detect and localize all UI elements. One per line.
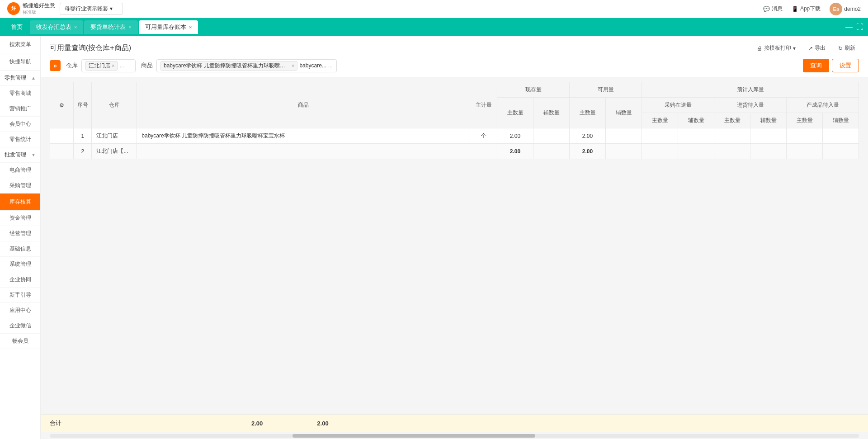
product-filter-more[interactable]: ... [328, 62, 333, 69]
product-tag-text: babycare学饮杯 儿童防摔防撞吸管杯重力球吸嘴杯宝宝水杯 [164, 62, 290, 70]
sidebar-item-newbie[interactable]: 新手引导 [0, 288, 40, 303]
purchase-label: 采购管理 [9, 182, 31, 189]
close-orders-icon[interactable]: × [128, 24, 131, 30]
search-menu-label: 搜索菜单 [9, 41, 31, 47]
warehouse-filter-group: 仓库 江北门店 × ... [66, 59, 136, 72]
warehouse-tag-remove[interactable]: × [112, 63, 114, 68]
scrollbar-thumb[interactable] [292, 434, 535, 438]
warehouse-filter-more[interactable]: ... [119, 62, 124, 69]
filter-toggle-btn[interactable]: » [50, 60, 61, 71]
product-tag-more-text: babycare... [299, 62, 326, 69]
warehouse-tag: 江北门店 × [85, 61, 118, 71]
sidebar-item-app-center[interactable]: 应用中心 [0, 303, 40, 318]
sub-produced-aux [823, 144, 859, 159]
sub-avail-main: 2.00 [570, 144, 606, 159]
sidebar-item-basics[interactable]: 基础信息 [0, 241, 40, 257]
account-selector[interactable]: 母婴行业演示账套 ▾ [60, 3, 123, 15]
row-gear[interactable] [50, 128, 74, 144]
sub-product [137, 144, 470, 159]
th-no: 序号 [74, 82, 92, 128]
avatar: Ea [830, 3, 842, 15]
row-avail-main: 2.00 [570, 128, 606, 144]
query-button[interactable]: 查询 [803, 59, 829, 72]
product-filter-group: 商品 babycare学饮杯 儿童防摔防撞吸管杯重力球吸嘴杯宝宝水杯 × bab… [141, 59, 337, 72]
th-unit: 主计量 [470, 82, 497, 128]
subtotal-row: 2 江北门店【... 2.00 2.00 [50, 144, 859, 159]
tab-receipts[interactable]: 收发存汇总表 × [30, 20, 83, 34]
export-btn[interactable]: ↗ 导出 [805, 42, 829, 54]
sidebar-item-enterprise[interactable]: 企业协同 [0, 272, 40, 288]
marketing-label: 营销推广 [9, 105, 31, 112]
retail-mall-label: 零售商城 [9, 90, 31, 96]
sidebar-item-inventory[interactable]: 库存核算 [0, 194, 40, 211]
sidebar-item-operations[interactable]: 经营管理 [0, 226, 40, 241]
sidebar-item-finance[interactable]: 资金管理 [0, 211, 40, 226]
th-incoming-main: 主数量 [714, 113, 750, 128]
sub-incoming-main [714, 144, 750, 159]
th-stock-aux: 辅数量 [533, 98, 570, 128]
tab-available-stock[interactable]: 可用量库存账本 × [139, 20, 198, 34]
maximize-icon[interactable]: ⛶ [856, 23, 863, 31]
sidebar-item-wholesale-management[interactable]: 批发管理 ▼ [0, 147, 40, 163]
tab-orders-label: 要货单统计表 [90, 23, 126, 31]
account-selector-text: 母婴行业演示账套 [65, 5, 108, 13]
search-menu-btn[interactable]: 搜索菜单 [0, 36, 40, 53]
ecommerce-label: 电商管理 [9, 167, 31, 173]
logo-icon: 好 [7, 2, 20, 15]
sidebar-item-purchase[interactable]: 采购管理 [0, 178, 40, 194]
scrollbar-track[interactable] [50, 434, 859, 438]
sidebar-item-marketing[interactable]: 营销推广 [0, 101, 40, 117]
sidebar-item-member[interactable]: 畅会员 [0, 334, 40, 349]
sidebar-item-system[interactable]: 系统管理 [0, 257, 40, 272]
message-btn[interactable]: 💬 消息 [763, 5, 783, 13]
warehouse-tag-container[interactable]: 江北门店 × ... [81, 59, 136, 72]
basics-label: 基础信息 [9, 245, 31, 252]
sub-produced-main [787, 144, 823, 159]
product-tag-remove[interactable]: × [292, 63, 294, 68]
sidebar-item-retail-management[interactable]: 零售管理 ▲ [0, 71, 40, 86]
print-btn[interactable]: 🖨 按模板打印 ▾ [753, 42, 799, 54]
sidebar-item-wechat[interactable]: 企业微信 [0, 318, 40, 334]
quick-nav-btn[interactable]: 快捷导航 [0, 53, 40, 71]
wechat-label: 企业微信 [9, 322, 31, 329]
chevron-down-icon: ▼ [31, 152, 36, 157]
close-available-icon[interactable]: × [189, 24, 192, 30]
chevron-down-icon: ▾ [110, 5, 113, 12]
page-header-actions: 🖨 按模板打印 ▾ ↗ 导出 ↻ 刷新 [753, 42, 859, 54]
th-incoming-group: 进货待入量 [714, 98, 787, 113]
row-produced-main [787, 128, 823, 144]
sidebar-item-members[interactable]: 会员中心 [0, 117, 40, 132]
sub-avail-aux [606, 144, 642, 159]
th-planned-group: 预计入库量 [642, 82, 859, 98]
sub-gear [50, 144, 74, 159]
refresh-btn[interactable]: ↻ 刷新 [835, 42, 859, 54]
username-label: demo2 [844, 6, 861, 12]
main-layout: 搜索菜单 快捷导航 零售管理 ▲ 零售商城 营销推广 会员中心 零售统计 批发管… [0, 36, 868, 439]
user-area[interactable]: Ea demo2 [830, 3, 861, 15]
row-purchase-main [642, 128, 678, 144]
tab-receipts-label: 收发存汇总表 [36, 23, 71, 31]
sub-incoming-aux [750, 144, 787, 159]
app-download-btn[interactable]: 📱 App下载 [792, 5, 821, 13]
minimize-icon[interactable]: — [845, 23, 853, 31]
product-tag-container[interactable]: babycare学饮杯 儿童防摔防撞吸管杯重力球吸嘴杯宝宝水杯 × babyca… [156, 59, 337, 72]
tab-orders[interactable]: 要货单统计表 × [84, 20, 137, 34]
row-stock-main: 2.00 [497, 128, 533, 144]
th-warehouse: 仓库 [92, 82, 137, 128]
th-gear[interactable]: ⚙ [50, 82, 74, 128]
wholesale-label: 批发管理 [5, 151, 26, 159]
retail-management-label: 零售管理 [5, 74, 26, 82]
bottom-scrollbar[interactable] [41, 432, 868, 439]
sidebar-item-ecommerce[interactable]: 电商管理 [0, 163, 40, 178]
close-receipts-icon[interactable]: × [74, 24, 77, 30]
tab-home[interactable]: 首页 [5, 20, 29, 34]
settings-button[interactable]: 设置 [832, 59, 859, 72]
logo-area: 好 畅捷通好生意 标准版 [7, 2, 55, 15]
th-stock-main: 主数量 [497, 98, 533, 128]
th-purchase-main: 主数量 [642, 113, 678, 128]
sidebar-item-retail-stats[interactable]: 零售统计 [0, 132, 40, 147]
refresh-icon: ↻ [838, 45, 843, 52]
quick-nav-label: 快捷导航 [9, 58, 31, 65]
sidebar-item-retail-mall[interactable]: 零售商城 [0, 86, 40, 101]
print-label: 按模板打印 [764, 44, 791, 52]
